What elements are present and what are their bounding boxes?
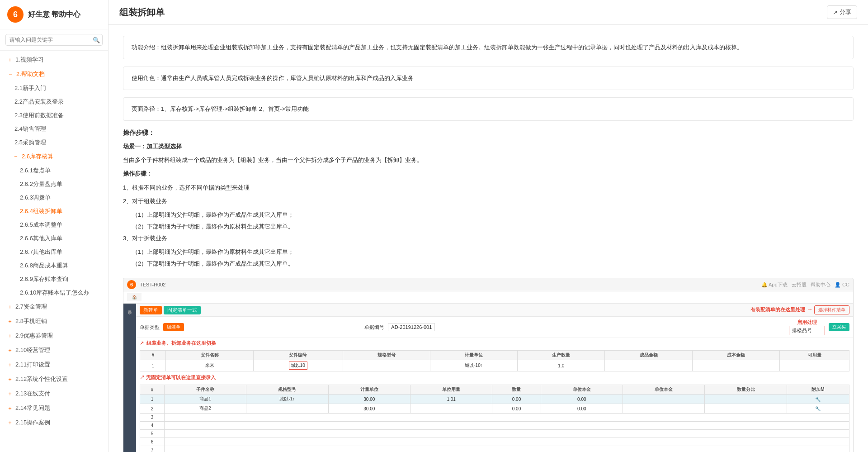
- sidebar-item-operation[interactable]: ＋ 2.10经营管理: [0, 343, 108, 357]
- scenario-title: 场景一：加工类型选择: [123, 142, 854, 152]
- sidebar-item-videos[interactable]: ＋ 1.视频学习: [0, 52, 108, 67]
- sidebar-item-account-error[interactable]: 2.6.10库存账本错了怎么办: [0, 286, 108, 300]
- step3: 3、对于拆装业务: [123, 233, 854, 243]
- search-input[interactable]: [5, 34, 103, 46]
- col-l-unit: 计量单位: [328, 385, 410, 395]
- operation-title: 操作步骤：: [123, 129, 854, 137]
- sidebar-item-coupon[interactable]: ＋ 2.9优惠券管理: [0, 328, 108, 343]
- annotation3-text: 启用处理: [797, 319, 817, 326]
- role-block: 使用角色：通常由生产人员或库管人员完成拆装业务的操作，库管人员确认原材料的出库和…: [123, 67, 854, 90]
- sidebar-item-newbie[interactable]: 2.1新手入门: [0, 81, 108, 95]
- cell: 7: [140, 446, 165, 452]
- steps-title: 操作步骤：: [123, 169, 854, 179]
- sidebar-item-cash[interactable]: ＋ 2.7资金管理: [0, 300, 108, 314]
- sim-side-icons: 🏠: [127, 293, 142, 301]
- col-spec: 规格型号: [343, 351, 430, 360]
- sidebar-item-inventory[interactable]: － 2.6库存核算: [0, 149, 108, 164]
- cell: [623, 395, 705, 404]
- sidebar-item-label: 2.12系统个性化设置: [15, 375, 68, 383]
- sidebar-item-docs[interactable]: － 2.帮助文档: [0, 67, 108, 81]
- expand-icon: ＋: [7, 404, 13, 412]
- sim-doc-no: AD-20191226-001: [388, 323, 435, 331]
- col-l-ratio: 数量分比: [705, 385, 787, 395]
- col-l-cost2: 单位本金: [623, 385, 705, 395]
- sim-doc-no-label: 单据编号: [364, 324, 384, 331]
- sidebar-item-purchase[interactable]: 2.5采购管理: [0, 136, 108, 149]
- sidebar-item-other-in[interactable]: 2.6.6其他入库单: [0, 232, 108, 245]
- search-icon[interactable]: 🔍: [93, 37, 100, 43]
- cell-prod-amt: [605, 360, 692, 371]
- cell: [164, 438, 849, 446]
- sim-icons: 🔔 App下载 云招股 帮助中心 👤 CC: [761, 281, 849, 288]
- cell: 商品1: [164, 395, 246, 404]
- cell: 0.00: [492, 404, 541, 414]
- sidebar-item-label: 2.15操作案例: [15, 419, 50, 427]
- annotation2-arrow: ↗: [140, 340, 144, 346]
- annotation1-text: 有装配清单的在这里处理: [750, 307, 805, 312]
- sidebar-item-data-prep[interactable]: 2.3使用前数据准备: [0, 109, 108, 122]
- cell-name: 米米: [166, 360, 253, 371]
- sidebar-item-cost-adjust[interactable]: 2.6.5成本调整单: [0, 218, 108, 232]
- cell: 3: [140, 414, 165, 422]
- sidebar-item-label: 2.14常见问题: [15, 404, 50, 412]
- sidebar-item-cost-calc[interactable]: 2.6.8商品成本重算: [0, 259, 108, 272]
- table-row: 2 商品2 30.00 0.00 0.00: [140, 404, 849, 414]
- expand-icon: ＋: [7, 303, 13, 311]
- cell: 城以-1↑: [246, 395, 328, 404]
- col-qty: 生产数量: [518, 351, 605, 360]
- sidebar-item-print[interactable]: ＋ 2.11打印设置: [0, 357, 108, 372]
- scenario-desc-text: 当由多个子件材料组装成一个成品的业务为【组装】业务，当由一个父件拆分成多个子产品…: [123, 157, 423, 163]
- cell: [623, 404, 705, 414]
- sidebar-item-partial-check[interactable]: 2.6.2分量盘点单: [0, 177, 108, 191]
- sidebar: 6 好生意 帮助中心 🔍 ＋ 1.视频学习 － 2.帮助文档 2.1新手入门 2…: [0, 0, 108, 452]
- col-cost-amount: 成本金额: [692, 351, 779, 360]
- sidebar-item-other-out[interactable]: 2.6.7其他出库单: [0, 245, 108, 259]
- share-button[interactable]: ↗ 分享: [827, 5, 857, 19]
- sim-field-red: 排楼品号: [789, 326, 825, 335]
- sidebar-item-assembly[interactable]: 2.6.4组装拆卸单: [0, 205, 108, 218]
- sim-upper-table: # 父件名称 父件编号 规格型号 计量单位 生产数量 成品金额 成本金额 可用量: [140, 350, 849, 371]
- collapse-icon: －: [13, 152, 19, 161]
- col-num: #: [140, 351, 166, 360]
- sidebar-item-label: 2.9优惠券管理: [15, 332, 53, 340]
- sidebar-item-label: 2.13在线支付: [15, 390, 50, 398]
- sidebar-item-adjust[interactable]: 2.6.3调拨单: [0, 191, 108, 205]
- sidebar-item-mobile[interactable]: ＋ 2.8手机旺铺: [0, 314, 108, 328]
- cell: 6: [140, 438, 165, 446]
- annotation2-row: ↗ 组装业务、拆卸业务在这里切换: [136, 338, 853, 348]
- table-row: 6: [140, 438, 849, 446]
- sidebar-item-install[interactable]: 2.2产品安装及登录: [0, 95, 108, 109]
- sim-select-btn: 选择料件清单: [814, 305, 849, 314]
- app-logo: 6: [7, 6, 24, 23]
- sim-lower-table-wrapper: # 子件名称 规格型号 计量单位 单位用量 数量 单位本金 单位本金 数量分比: [136, 385, 853, 452]
- sidebar-item-cases[interactable]: ＋ 2.15操作案例: [0, 415, 108, 430]
- sidebar-item-faq[interactable]: ＋ 2.14常见问题: [0, 401, 108, 415]
- cell-prod-qty: 1.0: [518, 360, 605, 371]
- sidebar-item-inventory-check[interactable]: 2.6.9库存账本查询: [0, 272, 108, 286]
- cell-unit: 城以-10↑: [430, 360, 517, 371]
- cell: [705, 404, 787, 414]
- sidebar-item-check[interactable]: 2.6.1盘点单: [0, 164, 108, 177]
- sim-tab-bar: 新建单 固定清单一式 有装配清单的在这里处理 → 选择料件清单: [136, 304, 853, 317]
- expand-icon: ＋: [7, 361, 13, 369]
- annotation1-wrapper: 有装配清单的在这里处理 → 选择料件清单: [750, 305, 849, 314]
- page-title: 组装拆卸单: [119, 6, 165, 19]
- sidebar-item-system[interactable]: ＋ 2.12系统个性化设置: [0, 372, 108, 386]
- step3-1: （1）上部明细为父件明细，最终作为原材料生成其它出库单；: [123, 247, 854, 257]
- col-parent-no: 父件编号: [253, 351, 343, 360]
- annotation3-wrapper: 启用处理 排楼品号: [789, 319, 825, 335]
- cell-spec: [343, 360, 430, 371]
- sidebar-item-sales[interactable]: 2.4销售管理: [0, 122, 108, 136]
- sim-icon-home: 🏠: [132, 295, 137, 300]
- content-area: 功能介绍：组装拆卸单用来处理企业组装或拆卸等加工业务，支持有固定装配清单的产品加…: [108, 25, 868, 452]
- step3-2: （2）下部明细为子件明细，最终作为产成品生成其它入库单。: [123, 259, 854, 269]
- app-title: 好生意 帮助中心: [28, 10, 80, 19]
- expand-icon: ＋: [7, 419, 13, 427]
- sim-wrapper: 6 TEST-H002 🔔 App下载 云招股 帮助中心 👤 CC 🏠: [123, 278, 853, 452]
- sidebar-item-label: 1.视频学习: [15, 56, 44, 64]
- cell: [246, 404, 328, 414]
- sidebar-item-online-pay[interactable]: ＋ 2.13在线支付: [0, 386, 108, 401]
- sim-left-nav: 🏠: [123, 291, 853, 304]
- cell-cost-amt: [692, 360, 779, 371]
- cell: [164, 422, 849, 430]
